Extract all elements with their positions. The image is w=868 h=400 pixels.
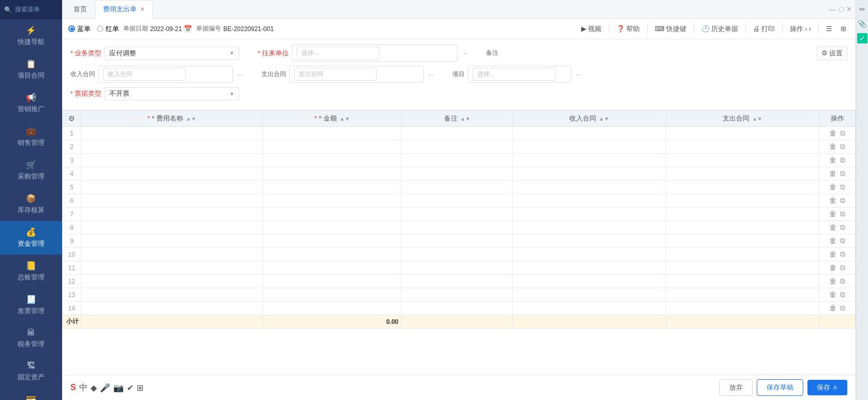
remark-cell-7[interactable] [402, 208, 512, 221]
business-type-input[interactable]: 应付调整 ▼ [105, 47, 239, 60]
delete-row-13-icon[interactable]: 🗑 [829, 290, 836, 299]
counterparty-input[interactable]: 选择... [292, 45, 458, 62]
tab-home[interactable]: 首页 [66, 0, 94, 19]
sidebar-item-tax[interactable]: 🏛 税务管理 [0, 322, 62, 355]
delete-row-3-icon[interactable]: 🗑 [829, 156, 836, 164]
bottom-icon-mic[interactable]: 🎤 [100, 383, 110, 393]
copy-row-6-icon[interactable]: ⧉ [840, 196, 845, 204]
copy-row-9-icon[interactable]: ⧉ [840, 236, 845, 245]
window-maximize-btn[interactable]: □ [839, 5, 843, 13]
expense-contract-cell-11[interactable] [666, 261, 819, 275]
expense-contract-cell-9[interactable] [666, 234, 819, 248]
amount-cell-9[interactable] [262, 234, 402, 248]
sidebar-item-accounting[interactable]: 📒 总账管理 [0, 255, 62, 288]
copy-row-13-icon[interactable]: ⧉ [840, 290, 845, 299]
right-panel-icon-active[interactable]: ✓ [857, 33, 867, 43]
remark-cell-8[interactable] [402, 221, 512, 234]
sidebar-item-capital-mgmt[interactable]: 💰 资金管理 [0, 221, 62, 255]
copy-row-5-icon[interactable]: ⧉ [840, 183, 845, 191]
project-input[interactable]: 选择... [468, 66, 571, 83]
counterparty-more-icon[interactable]: ··· [462, 49, 467, 57]
copy-row-12-icon[interactable]: ⧉ [840, 277, 845, 285]
expense-contract-cell-8[interactable] [666, 221, 819, 234]
tab-expense[interactable]: 费用支出单 ✕ [95, 0, 153, 19]
amount-cell-1[interactable] [262, 127, 402, 140]
delete-row-9-icon[interactable]: 🗑 [829, 236, 836, 245]
copy-row-2-icon[interactable]: ⧉ [840, 142, 845, 151]
income-contract-cell-7[interactable] [512, 208, 666, 221]
income-contract-cell-2[interactable] [512, 140, 666, 154]
radio-red[interactable]: 红单 [97, 24, 119, 34]
amount-cell-14[interactable] [262, 302, 402, 315]
sidebar-item-invoice[interactable]: 🧾 发票管理 [0, 288, 62, 322]
expense-contract-cell-5[interactable] [666, 181, 819, 194]
window-minimize-btn[interactable]: — [829, 5, 836, 13]
expense-name-cell-13[interactable] [81, 288, 263, 302]
amount-cell-2[interactable] [262, 140, 402, 154]
expense-name-cell-7[interactable] [81, 208, 263, 221]
income-contract-cell-12[interactable] [512, 275, 666, 288]
delete-row-1-icon[interactable]: 🗑 [829, 129, 836, 137]
video-btn[interactable]: ▶ 视频 [578, 23, 605, 35]
remark-cell-10[interactable] [402, 248, 512, 261]
remark-cell-14[interactable] [402, 302, 512, 315]
expense-contract-input[interactable]: 支出合同 [289, 66, 424, 83]
right-panel-icon-edit[interactable]: ✏ [857, 4, 867, 14]
project-more-icon[interactable]: ··· [576, 70, 581, 78]
th-gear[interactable]: ⚙ [63, 111, 81, 127]
amount-cell-12[interactable] [262, 275, 402, 288]
income-contract-cell-13[interactable] [512, 288, 666, 302]
expense-contract-cell-13[interactable] [666, 288, 819, 302]
income-contract-cell-8[interactable] [512, 221, 666, 234]
remark-cell-12[interactable] [402, 275, 512, 288]
expense-contract-cell-6[interactable] [666, 194, 819, 208]
th-expense-name[interactable]: * * 费用名称 ▲▼ [81, 111, 263, 127]
delete-row-8-icon[interactable]: 🗑 [829, 223, 836, 231]
sidebar-item-fixed-assets[interactable]: 🏗 固定资产 [0, 355, 62, 388]
expense-name-cell-8[interactable] [81, 221, 263, 234]
delete-row-4-icon[interactable]: 🗑 [829, 169, 836, 177]
expense-name-cell-2[interactable] [81, 140, 263, 154]
remark-cell-4[interactable] [402, 167, 512, 181]
column-settings-icon[interactable]: ⚙ [68, 114, 75, 123]
bottom-icon-camera[interactable]: 📷 [113, 383, 124, 393]
expense-contract-cell-3[interactable] [666, 154, 819, 167]
expense-name-cell-10[interactable] [81, 248, 263, 261]
remark-cell-13[interactable] [402, 288, 512, 302]
income-contract-cell-5[interactable] [512, 181, 666, 194]
income-contract-cell-11[interactable] [512, 261, 666, 275]
bottom-icon-zhong[interactable]: 中 [79, 382, 87, 393]
expense-name-cell-1[interactable] [81, 127, 263, 140]
help-btn[interactable]: ❓ 帮助 [613, 23, 643, 35]
bottom-icon-diamond[interactable]: ◆ [91, 383, 97, 393]
amount-cell-5[interactable] [262, 181, 402, 194]
remark-cell-5[interactable] [402, 181, 512, 194]
copy-row-3-icon[interactable]: ⧉ [840, 156, 845, 164]
th-income-contract[interactable]: 收入合同 ▲▼ [512, 111, 666, 127]
remark-cell-1[interactable] [402, 127, 512, 140]
expense-name-cell-12[interactable] [81, 275, 263, 288]
expense-name-cell-5[interactable] [81, 181, 263, 194]
amount-cell-11[interactable] [262, 261, 402, 275]
income-contract-cell-14[interactable] [512, 302, 666, 315]
copy-row-14-icon[interactable]: ⧉ [840, 304, 845, 312]
remark-cell-9[interactable] [402, 234, 512, 248]
income-contract-cell-4[interactable] [512, 167, 666, 181]
income-contract-more-icon[interactable]: ··· [237, 70, 243, 78]
copy-row-8-icon[interactable]: ⧉ [840, 223, 845, 231]
amount-cell-13[interactable] [262, 288, 402, 302]
income-contract-input[interactable]: 收入合同 [98, 66, 233, 83]
print-btn[interactable]: 🖨 打印 [750, 23, 778, 35]
invoice-type-input[interactable]: 不开票 ▼ [105, 87, 239, 100]
copy-row-11-icon[interactable]: ⧉ [840, 263, 845, 272]
expense-contract-cell-1[interactable] [666, 127, 819, 140]
delete-row-10-icon[interactable]: 🗑 [829, 250, 836, 258]
income-contract-cell-6[interactable] [512, 194, 666, 208]
copy-row-10-icon[interactable]: ⧉ [840, 250, 845, 258]
delete-row-11-icon[interactable]: 🗑 [829, 263, 836, 272]
sidebar-item-marketing[interactable]: 📢 营销推广 [0, 86, 62, 120]
radio-blue[interactable]: 蓝单 [68, 24, 91, 34]
expense-name-cell-9[interactable] [81, 234, 263, 248]
income-contract-cell-1[interactable] [512, 127, 666, 140]
bottom-icon-grid[interactable]: ⊞ [137, 383, 143, 393]
